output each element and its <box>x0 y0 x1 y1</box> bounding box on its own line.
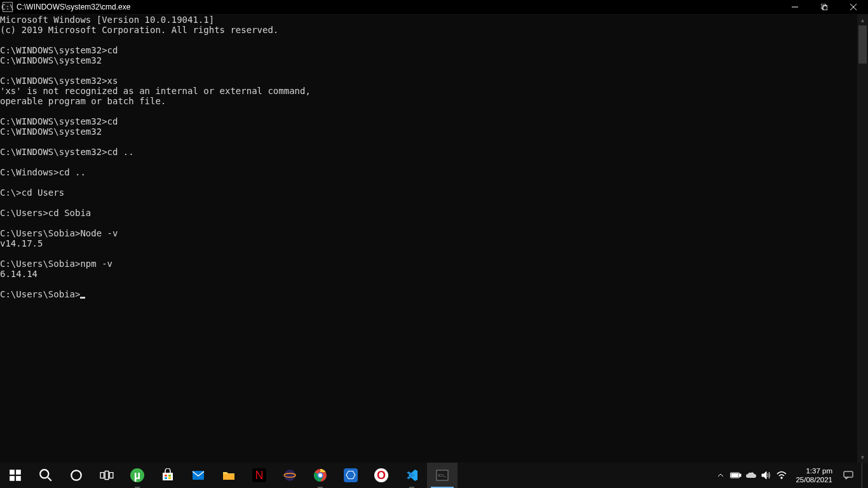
mail-app[interactable] <box>183 463 214 488</box>
close-button[interactable] <box>839 0 868 14</box>
netflix-app[interactable]: N <box>244 463 275 488</box>
terminal-prompt[interactable]: C:\Users\Sobia> <box>0 289 857 299</box>
svg-rect-18 <box>168 475 171 477</box>
clock-date: 25/08/2021 <box>796 475 832 484</box>
terminal-output[interactable]: Microsoft Windows [Version 10.0.19041.1]… <box>0 15 857 463</box>
svg-rect-32 <box>731 474 738 477</box>
scroll-up-icon[interactable]: ▲ <box>857 15 868 25</box>
svg-line-11 <box>48 477 51 481</box>
terminal-line: (c) 2019 Microsoft Corporation. All righ… <box>0 25 857 35</box>
terminal-area[interactable]: Microsoft Windows [Version 10.0.19041.1]… <box>0 15 868 463</box>
maximize-button[interactable] <box>810 0 839 14</box>
netbeans-app[interactable]: ⎔ <box>336 463 366 488</box>
opera-app[interactable]: O <box>366 463 397 488</box>
svg-rect-21 <box>193 471 204 480</box>
taskbar: µN⎔OC:\_ 1:37 pm 25/08/2021 <box>0 463 868 488</box>
tray-chevron-icon[interactable] <box>714 463 727 488</box>
svg-rect-8 <box>10 476 15 481</box>
cortana-button-icon <box>69 468 83 482</box>
cortana-button[interactable] <box>61 463 92 488</box>
scroll-thumb[interactable] <box>858 25 867 64</box>
system-tray: 1:37 pm 25/08/2021 <box>714 463 868 488</box>
svg-point-27 <box>318 473 322 477</box>
vertical-scrollbar[interactable]: ▲ ▼ <box>857 15 868 463</box>
terminal-line: C:\Windows>cd .. <box>0 167 857 177</box>
clock-time: 1:37 pm <box>796 466 832 475</box>
terminal-line <box>0 177 857 187</box>
svg-rect-9 <box>16 476 21 481</box>
svg-rect-17 <box>165 475 167 477</box>
svg-rect-2 <box>823 6 827 10</box>
chrome-app-icon <box>313 468 327 482</box>
minimize-button[interactable] <box>780 0 810 14</box>
svg-point-12 <box>71 470 81 480</box>
terminal-line <box>0 248 857 259</box>
svg-rect-31 <box>740 474 741 477</box>
svg-rect-13 <box>100 473 104 478</box>
start-button-icon <box>8 468 22 482</box>
cmd-app-icon: C:\_ <box>435 468 449 482</box>
terminal-line: v14.17.5 <box>0 238 857 248</box>
microsoft-store-app[interactable] <box>153 463 183 488</box>
terminal-line: operable program or batch file. <box>0 96 857 106</box>
terminal-line <box>0 137 857 147</box>
svg-rect-14 <box>105 471 109 479</box>
window-title: C:\WINDOWS\system32\cmd.exe <box>17 3 780 11</box>
terminal-line: C:\WINDOWS\system32>cd <box>0 45 857 55</box>
vscode-app[interactable] <box>397 463 427 488</box>
svg-point-10 <box>40 470 48 478</box>
svg-rect-20 <box>168 477 171 479</box>
terminal-line: Microsoft Windows [Version 10.0.19041.1] <box>0 15 857 25</box>
terminal-line <box>0 218 857 228</box>
task-view-button[interactable] <box>92 463 122 488</box>
start-button[interactable] <box>0 463 31 488</box>
mail-app-icon <box>191 468 205 482</box>
utorrent-app-icon: µ <box>130 468 144 482</box>
netbeans-app-icon: ⎔ <box>344 468 358 482</box>
battery-icon[interactable] <box>729 463 742 488</box>
terminal-line: C:\WINDOWS\system32>xs <box>0 76 857 86</box>
eclipse-app-icon <box>283 468 297 482</box>
svg-rect-16 <box>163 473 173 480</box>
volume-icon[interactable] <box>760 463 773 488</box>
eclipse-app[interactable] <box>275 463 305 488</box>
terminal-line: C:\>cd Users <box>0 187 857 198</box>
terminal-line: C:\WINDOWS\system32>cd .. <box>0 147 857 157</box>
action-center-icon[interactable] <box>840 463 857 488</box>
svg-rect-22 <box>223 474 234 480</box>
svg-marker-33 <box>762 471 766 479</box>
show-desktop-button[interactable] <box>862 463 865 488</box>
chrome-app[interactable] <box>305 463 336 488</box>
wifi-icon[interactable] <box>775 463 788 488</box>
search-button[interactable] <box>31 463 61 488</box>
svg-point-23 <box>284 470 295 481</box>
utorrent-app[interactable]: µ <box>122 463 153 488</box>
svg-point-34 <box>781 477 782 478</box>
cmd-app[interactable]: C:\_ <box>427 463 458 488</box>
svg-rect-35 <box>844 471 853 477</box>
file-explorer-app-icon <box>222 468 236 482</box>
terminal-line: C:\WINDOWS\system32 <box>0 55 857 65</box>
opera-app-icon: O <box>374 468 388 482</box>
cmd-app-icon: C:\ <box>3 2 13 12</box>
vscode-app-icon <box>405 468 419 482</box>
taskbar-clock[interactable]: 1:37 pm 25/08/2021 <box>790 466 837 484</box>
window-titlebar[interactable]: C:\ C:\WINDOWS\system32\cmd.exe <box>0 0 868 15</box>
terminal-line <box>0 106 857 116</box>
microsoft-store-app-icon <box>161 468 175 482</box>
svg-rect-7 <box>16 470 21 475</box>
terminal-line <box>0 279 857 289</box>
search-button-icon <box>39 468 53 482</box>
svg-rect-15 <box>109 473 113 478</box>
terminal-line <box>0 157 857 167</box>
terminal-line: 'xs' is not recognized as an internal or… <box>0 86 857 96</box>
task-view-button-icon <box>100 468 114 482</box>
terminal-line: C:\Users>cd Sobia <box>0 208 857 218</box>
terminal-line: C:\WINDOWS\system32 <box>0 126 857 137</box>
scroll-down-icon[interactable]: ▼ <box>857 452 868 463</box>
cursor-icon <box>80 297 85 299</box>
terminal-line <box>0 198 857 208</box>
terminal-line <box>0 35 857 45</box>
file-explorer-app[interactable] <box>214 463 244 488</box>
onedrive-icon[interactable] <box>745 463 757 488</box>
